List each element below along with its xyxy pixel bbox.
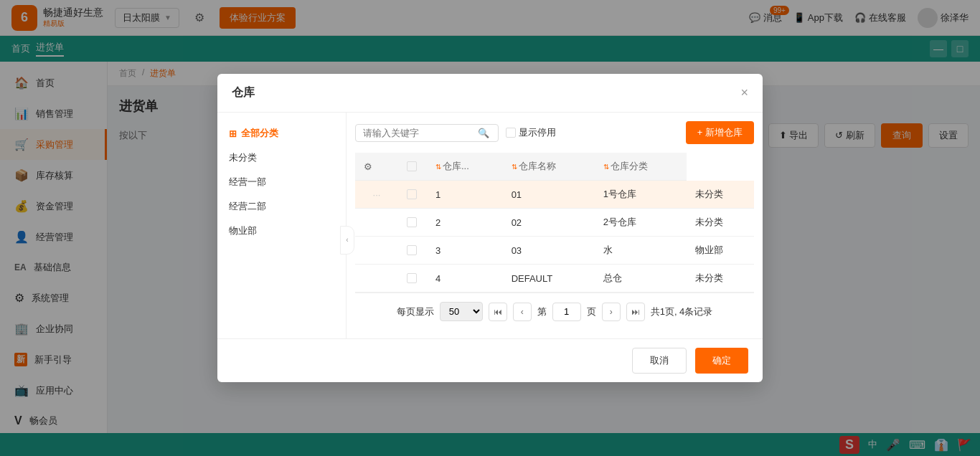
sort-name-icon: ⇅ bbox=[512, 163, 517, 171]
row-checkbox-1[interactable] bbox=[407, 189, 417, 199]
row-no-3: 3 bbox=[427, 237, 503, 265]
per-page-select[interactable]: 50 100 200 bbox=[440, 302, 483, 321]
category-panel: ⊞ 全部分类 未分类 经营一部 经营二部 物业部 ‹ bbox=[217, 113, 347, 338]
modal-overlay: 仓库 × ⊞ 全部分类 未分类 经营一部 经营二部 物业部 ‹ bbox=[0, 0, 980, 456]
modal-header: 仓库 × bbox=[217, 74, 763, 113]
row-no-4: 4 bbox=[427, 265, 503, 293]
category-item-unclassified[interactable]: 未分类 bbox=[217, 146, 346, 170]
row-checkbox-3[interactable] bbox=[407, 245, 417, 255]
row-check-4 bbox=[398, 265, 427, 293]
sort-category-icon: ⇅ bbox=[603, 163, 609, 171]
row-code-3: 03 bbox=[503, 237, 595, 265]
row-checkbox-2[interactable] bbox=[407, 217, 417, 227]
search-wrap: 🔍 bbox=[355, 124, 499, 142]
last-page-button[interactable]: ⏭ bbox=[626, 303, 645, 321]
search-input[interactable] bbox=[363, 128, 478, 138]
row-category-4: 未分类 bbox=[687, 265, 754, 293]
add-warehouse-button[interactable]: + 新增仓库 bbox=[686, 121, 754, 144]
select-all-checkbox[interactable] bbox=[407, 161, 417, 171]
row-checkbox-4[interactable] bbox=[407, 273, 417, 283]
category-item-dept1[interactable]: 经营一部 bbox=[217, 170, 346, 194]
table-row[interactable]: ··· 1 01 1号仓库 未分类 bbox=[355, 181, 754, 209]
per-page-label: 每页显示 bbox=[397, 305, 434, 318]
page-unit: 页 bbox=[587, 305, 596, 318]
col-header-category: ⇅仓库分类 bbox=[595, 153, 687, 181]
table-panel: 🔍 显示停用 + 新增仓库 ⚙ bbox=[347, 113, 763, 338]
row-code-4: DEFAULT bbox=[503, 265, 595, 293]
row-name-2: 2号仓库 bbox=[595, 209, 687, 237]
row-code-1: 01 bbox=[503, 181, 595, 209]
table-toolbar: 🔍 显示停用 + 新增仓库 bbox=[355, 121, 754, 144]
confirm-button[interactable]: 确定 bbox=[695, 348, 748, 374]
col-header-code: ⇅仓库... bbox=[427, 153, 503, 181]
col-header-name: ⇅仓库名称 bbox=[503, 153, 595, 181]
warehouse-table: ⚙ ⇅仓库... ⇅仓库名称 ⇅仓库分类 bbox=[355, 153, 754, 293]
cancel-button[interactable]: 取消 bbox=[632, 348, 687, 374]
row-action-1: ··· bbox=[355, 181, 398, 209]
col-header-action: ⚙ bbox=[355, 153, 398, 181]
row-action-3 bbox=[355, 237, 398, 265]
first-page-button[interactable]: ⏮ bbox=[489, 303, 507, 321]
page-label: 第 bbox=[537, 305, 547, 318]
row-dots-icon[interactable]: ··· bbox=[373, 189, 381, 200]
grid-icon: ⊞ bbox=[229, 128, 237, 139]
row-no-1: 1 bbox=[427, 181, 503, 209]
show-disabled-label[interactable]: 显示停用 bbox=[506, 126, 556, 139]
row-no-2: 2 bbox=[427, 209, 503, 237]
prev-page-button[interactable]: ‹ bbox=[513, 303, 532, 321]
category-item-dept2[interactable]: 经营二部 bbox=[217, 194, 346, 219]
row-name-4: 总仓 bbox=[595, 265, 687, 293]
row-name-1: 1号仓库 bbox=[595, 181, 687, 209]
sort-code-icon: ⇅ bbox=[435, 163, 441, 171]
row-check-3 bbox=[398, 237, 427, 265]
show-disabled-text: 显示停用 bbox=[519, 126, 556, 139]
category-item-property[interactable]: 物业部 bbox=[217, 219, 346, 243]
row-action-2 bbox=[355, 209, 398, 237]
close-button[interactable]: × bbox=[740, 85, 748, 100]
table-row[interactable]: 4 DEFAULT 总仓 未分类 bbox=[355, 265, 754, 293]
collapse-panel-button[interactable]: ‹ bbox=[340, 226, 354, 255]
row-code-2: 02 bbox=[503, 209, 595, 237]
row-check-1 bbox=[398, 181, 427, 209]
warehouse-modal: 仓库 × ⊞ 全部分类 未分类 经营一部 经营二部 物业部 ‹ bbox=[217, 74, 763, 382]
modal-title: 仓库 bbox=[232, 85, 255, 100]
row-check-2 bbox=[398, 209, 427, 237]
all-category-item[interactable]: ⊞ 全部分类 bbox=[217, 121, 346, 146]
page-number-input[interactable] bbox=[552, 303, 581, 321]
table-row[interactable]: 3 03 水 物业部 bbox=[355, 237, 754, 265]
row-name-3: 水 bbox=[595, 237, 687, 265]
row-category-3: 物业部 bbox=[687, 237, 754, 265]
row-category-2: 未分类 bbox=[687, 209, 754, 237]
table-row[interactable]: 2 02 2号仓库 未分类 bbox=[355, 209, 754, 237]
modal-footer: 取消 确定 bbox=[217, 338, 763, 382]
show-disabled-checkbox[interactable] bbox=[506, 128, 516, 138]
row-category-1: 未分类 bbox=[687, 181, 754, 209]
next-page-button[interactable]: › bbox=[602, 303, 621, 321]
modal-body: ⊞ 全部分类 未分类 经营一部 经营二部 物业部 ‹ 🔍 bbox=[217, 113, 763, 338]
col-header-check bbox=[398, 153, 427, 181]
search-icon[interactable]: 🔍 bbox=[478, 128, 489, 138]
pagination: 每页显示 50 100 200 ⏮ ‹ 第 页 › ⏭ 共1页, 4条记录 bbox=[355, 293, 754, 330]
row-action-4 bbox=[355, 265, 398, 293]
page-summary: 共1页, 4条记录 bbox=[651, 305, 713, 318]
all-category-label: 全部分类 bbox=[241, 127, 278, 140]
